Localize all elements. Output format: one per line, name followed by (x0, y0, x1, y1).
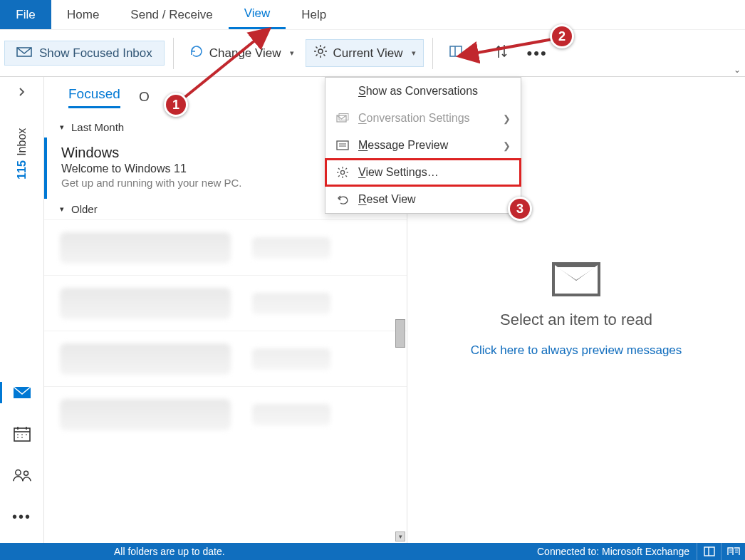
dd-conversation-settings: Conversation Settings ❯ (325, 105, 521, 132)
dd-message-preview-label: Message Preview (358, 139, 448, 152)
dd-show-conversations[interactable]: Show as Conversations (325, 78, 521, 105)
ribbon-separator (173, 38, 174, 69)
svg-point-22 (15, 470, 20, 475)
sort-button[interactable] (487, 39, 516, 67)
dd-conversation-settings-label: Conversation Settings (358, 112, 470, 125)
rail-inbox-count: 115 (16, 160, 28, 180)
layout-icon (449, 44, 463, 62)
tab-other[interactable]: O (139, 89, 150, 105)
menu-help[interactable]: Help (286, 0, 342, 29)
more-button[interactable]: ••• (520, 40, 555, 67)
nav-rail: 115 Inbox ••• (0, 77, 44, 543)
group-last-month-label: Last Month (71, 121, 124, 133)
refresh-icon (189, 44, 204, 62)
mail-icon[interactable] (13, 383, 31, 402)
svg-line-8 (316, 54, 317, 56)
menu-view[interactable]: View (229, 0, 286, 29)
scrollbar-down[interactable]: ▾ (395, 532, 405, 541)
people-icon[interactable] (13, 466, 31, 484)
dd-view-settings[interactable]: View Settings… (325, 159, 521, 186)
always-preview-link[interactable]: Click here to always preview messages (471, 343, 682, 358)
chevron-down-icon: ▾ (412, 48, 416, 58)
current-view-button[interactable]: Current View ▾ (306, 39, 424, 67)
ribbon-separator (432, 38, 433, 69)
menu-home[interactable]: Home (51, 0, 115, 29)
menu-file[interactable]: File (0, 0, 51, 29)
current-view-label: Current View (333, 46, 403, 61)
current-view-dropdown: Show as Conversations Conversation Setti… (325, 77, 521, 214)
svg-point-35 (340, 170, 344, 174)
svg-line-7 (323, 54, 325, 56)
show-focused-inbox-label: Show Focused Inbox (39, 46, 152, 61)
svg-line-41 (345, 175, 347, 177)
gear-icon (335, 166, 350, 179)
dd-message-preview[interactable]: Message Preview ❯ (325, 132, 521, 159)
svg-line-43 (345, 168, 347, 170)
layout-button[interactable]: ▾ (442, 40, 483, 66)
status-folders: All folders are up to date. (114, 546, 225, 557)
svg-line-9 (323, 47, 325, 48)
ribbon: Show Focused Inbox Change View ▾ Current… (0, 30, 745, 77)
rail-inbox-label: Inbox (16, 128, 28, 156)
status-view-normal-icon[interactable] (697, 543, 721, 560)
chevron-down-icon: ▾ (290, 48, 294, 58)
message-item-blurred[interactable] (44, 275, 407, 331)
chevron-down-icon: ▾ (60, 123, 64, 132)
message-item-blurred[interactable] (44, 219, 407, 275)
chevron-right-icon: ❯ (503, 140, 511, 151)
dd-reset-view[interactable]: Reset View (325, 186, 521, 213)
chevron-down-icon: ▾ (60, 204, 64, 214)
scrollbar-thumb[interactable] (395, 319, 405, 348)
reading-placeholder: Select an item to read (500, 311, 652, 329)
inbox-open-icon (16, 46, 32, 61)
gear-icon (313, 44, 328, 62)
preview-icon (335, 140, 350, 150)
calendar-icon[interactable] (13, 425, 31, 443)
undo-icon (335, 194, 350, 205)
status-connected: Connected to: Microsoft Exchange (537, 546, 689, 557)
more-nav-icon[interactable]: ••• (13, 507, 31, 526)
svg-rect-24 (704, 547, 714, 556)
message-item-blurred[interactable] (44, 386, 407, 442)
change-view-button[interactable]: Change View ▾ (182, 40, 301, 66)
svg-point-23 (24, 471, 28, 475)
status-view-reading-icon[interactable] (721, 543, 745, 560)
svg-line-6 (316, 47, 317, 48)
conversation-icon (335, 113, 350, 123)
change-view-label: Change View (209, 46, 281, 61)
envelope-icon (552, 262, 600, 296)
chevron-down-icon: ▾ (472, 48, 476, 58)
svg-rect-10 (450, 46, 462, 56)
message-item-blurred[interactable] (44, 331, 407, 386)
menu-bar: File Home Send / Receive View Help (0, 0, 745, 30)
dd-show-conversations-label: Show as Conversations (358, 85, 478, 98)
dd-reset-view-label: Reset View (358, 193, 416, 206)
rail-inbox[interactable]: 115 Inbox (16, 128, 28, 180)
show-focused-inbox-button[interactable]: Show Focused Inbox (4, 41, 165, 66)
status-bar: All folders are up to date. Connected to… (0, 543, 745, 560)
ribbon-expand-icon[interactable]: ⌄ (734, 65, 741, 75)
svg-point-1 (318, 49, 323, 53)
ellipsis-icon: ••• (527, 44, 548, 63)
chevron-right-icon: ❯ (503, 113, 511, 124)
svg-rect-32 (337, 141, 348, 150)
group-older-label: Older (71, 203, 98, 215)
dd-view-settings-label: View Settings… (358, 166, 439, 179)
sort-arrows-icon (494, 43, 509, 63)
rail-expand-button[interactable] (0, 77, 43, 107)
svg-line-40 (338, 168, 340, 170)
svg-line-42 (338, 175, 340, 177)
menu-send-receive[interactable]: Send / Receive (115, 0, 228, 29)
tab-focused[interactable]: Focused (68, 86, 120, 108)
